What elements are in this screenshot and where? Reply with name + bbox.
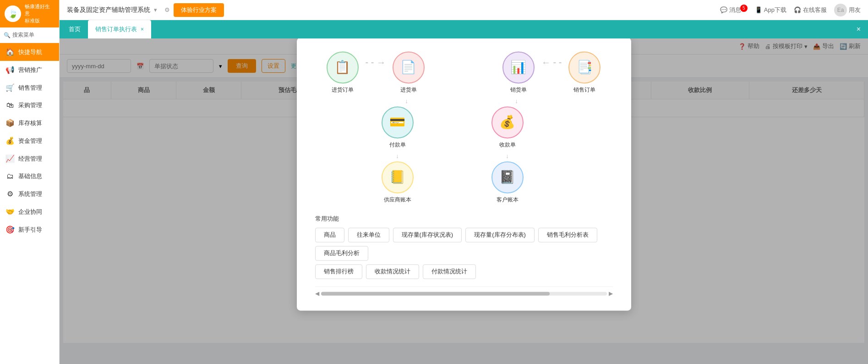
func-btn-payment-stat[interactable]: 付款情况统计 [423, 264, 476, 279]
common-functions-title: 常用功能 [315, 215, 613, 223]
download-icon: 📱 [755, 6, 762, 13]
sale-bill-icon: 📊 [510, 60, 526, 75]
search-icon: 🔍 [4, 32, 11, 38]
func-btn-sales-margin[interactable]: 销售毛利分析表 [538, 228, 597, 242]
flow-row-2: 💳 付款单 💰 收款单 [370, 106, 535, 149]
receipt-label: 收款单 [499, 141, 516, 149]
sidebar-item-operations[interactable]: 📈 经营管理 [0, 150, 59, 168]
payment-label: 付款单 [389, 141, 406, 149]
message-btn[interactable]: 💬 消息 5 [720, 6, 748, 14]
top-bar-actions: 💬 消息 5 📱 App下载 🎧 在线客服 Ea 用友 [720, 4, 861, 16]
sidebar-item-guide[interactable]: 🎯 新手引导 [0, 221, 59, 239]
tab-sales-order[interactable]: 销售订单执行表 × [88, 20, 151, 38]
sidebar-search[interactable]: 🔍 搜索菜单 [0, 27, 59, 43]
sidebar-logo: 🍃 畅康通好生意 标准版 [0, 0, 59, 27]
purchase-order-label: 进货订单 [332, 86, 354, 94]
inventory-icon: 📦 [5, 119, 15, 127]
tab-close-icon[interactable]: × [141, 26, 144, 33]
app-download-btn[interactable]: 📱 App下载 [755, 6, 786, 14]
flow-item-payment[interactable]: 💳 付款单 [370, 106, 425, 149]
func-btn-stock-dist[interactable]: 现存量(库存分布表) [465, 228, 535, 242]
purchase-order-circle: 📋 [327, 51, 359, 83]
flow-item-sale-bill[interactable]: 📊 销货单 [491, 51, 546, 94]
customer-circle: 📓 [491, 161, 524, 193]
tabs-bar: 首页 销售订单执行表 × × [60, 20, 868, 38]
purchase-bill-icon: 📄 [400, 60, 416, 75]
avatar: Ea [834, 4, 847, 16]
sidebar-item-system[interactable]: ⚙ 系统管理 [0, 185, 59, 203]
message-badge: 5 [740, 5, 748, 12]
sidebar-item-finance[interactable]: 💰 资金管理 [0, 132, 59, 150]
settings-icon[interactable]: ⚙ [164, 6, 170, 13]
flow-item-customer-ledger[interactable]: 📓 客户账本 [480, 161, 535, 204]
sale-bill-label: 销货单 [510, 86, 527, 94]
flow-item-purchase-bill[interactable]: 📄 进货单 [381, 51, 436, 94]
scroll-right-arrow[interactable]: ▶ [609, 290, 613, 297]
logo-text: 畅康通好生意 标准版 [25, 3, 55, 24]
home-icon: 🏠 [5, 48, 15, 56]
basic-info-icon: 🗂 [5, 172, 15, 180]
flow-item-receipt[interactable]: 💰 收款单 [480, 106, 535, 149]
modal-scrollbar: ◀ ▶ [315, 286, 613, 297]
payment-circle: 💳 [382, 106, 414, 138]
func-buttons-row2: 销售排行榜 收款情况统计 付款情况统计 [315, 264, 613, 279]
supplier-label: 供应商账本 [384, 196, 411, 204]
dropdown-icon[interactable]: ▾ [154, 6, 157, 13]
sidebar-item-home[interactable]: 🏠 快捷导航 [0, 43, 59, 61]
customer-icon: 📓 [499, 169, 515, 185]
func-btn-product-margin[interactable]: 商品毛利分析 [315, 246, 368, 261]
common-functions-section: 常用功能 商品 往来单位 现存量(库存状况表) 现存量(库存分布表) 销售毛利分… [315, 215, 613, 279]
quick-navigation-modal: 📋 进货订单 - - → 📄 进货单 [297, 38, 631, 310]
tab-home[interactable]: 首页 [61, 20, 88, 38]
scroll-track[interactable] [321, 292, 607, 295]
message-icon: 💬 [720, 6, 727, 13]
sidebar-item-inventory[interactable]: 📦 库存核算 [0, 114, 59, 132]
purchase-bill-label: 进货单 [400, 86, 417, 94]
flow-item-sale-order[interactable]: 📑 销售订单 [557, 51, 612, 94]
receipt-circle: 💰 [491, 106, 524, 138]
purchase-order-icon: 📋 [334, 60, 350, 75]
marketing-icon: 📢 [5, 65, 15, 74]
sales-icon: 🛒 [5, 83, 15, 92]
customer-label: 客户账本 [497, 196, 519, 204]
scroll-thumb [321, 292, 550, 295]
flow-item-purchase-order[interactable]: 📋 进货订单 [315, 51, 370, 94]
experience-button[interactable]: 体验行业方案 [174, 3, 224, 17]
sidebar-item-marketing[interactable]: 📢 营销推广 [0, 61, 59, 79]
purchase-bill-circle: 📄 [393, 51, 425, 83]
func-btn-sales-rank[interactable]: 销售排行榜 [315, 264, 362, 279]
sale-order-circle: 📑 [568, 51, 601, 83]
down-arrow-rec: ↓ [506, 152, 509, 159]
flow-row-1: 📋 进货订单 - - → 📄 进货单 [315, 51, 612, 94]
func-btn-product[interactable]: 商品 [315, 228, 344, 242]
down-arrow-pb: ↓ [405, 98, 408, 104]
func-buttons-row1: 商品 往来单位 现存量(库存状况表) 现存量(库存分布表) 销售毛利分析表 商品… [315, 228, 613, 261]
user-info-btn[interactable]: Ea 用友 [834, 4, 861, 16]
sidebar-item-sales[interactable]: 🛒 销售管理 [0, 79, 59, 97]
collaboration-icon: 🤝 [5, 207, 15, 216]
receipt-icon: 💰 [499, 114, 515, 130]
flow-item-supplier-ledger[interactable]: 📒 供应商账本 [370, 161, 425, 204]
window-close-btn[interactable]: × [851, 25, 866, 33]
sidebar-item-collaboration[interactable]: 🤝 企业协同 [0, 203, 59, 221]
content-area: ❓ 帮助 🖨 按模板打印 ▾ 📤 导出 🔄 刷新 [60, 38, 868, 364]
operations-icon: 📈 [5, 154, 15, 163]
func-btn-counterpart[interactable]: 往来单位 [348, 228, 389, 242]
guide-icon: 🎯 [5, 225, 15, 234]
func-btn-receipt-stat[interactable]: 收款情况统计 [366, 264, 419, 279]
flow-row-3: 📒 供应商账本 📓 客户账本 [370, 161, 535, 204]
supplier-icon: 📒 [389, 169, 405, 185]
purchase-icon: 🛍 [5, 101, 15, 109]
sidebar-nav: 🏠 快捷导航 📢 营销推广 🛒 销售管理 🛍 采购管理 📦 库存核算 💰 [0, 43, 59, 364]
scroll-left-arrow[interactable]: ◀ [315, 290, 319, 297]
sidebar-item-basic-info[interactable]: 🗂 基础信息 [0, 168, 59, 185]
main-area: 装备及固定资产辅助管理系统 ▾ ⚙ 体验行业方案 💬 消息 5 📱 App下载 … [60, 0, 868, 364]
sidebar: 🍃 畅康通好生意 标准版 🔍 搜索菜单 🏠 快捷导航 📢 营销推广 🛒 销售管理 [0, 0, 60, 364]
down-arrow-sb: ↓ [515, 98, 518, 104]
top-bar: 装备及固定资产辅助管理系统 ▾ ⚙ 体验行业方案 💬 消息 5 📱 App下载 … [60, 0, 868, 20]
func-btn-stock-status[interactable]: 现存量(库存状况表) [393, 228, 462, 242]
sale-bill-circle: 📊 [502, 51, 535, 83]
system-icon: ⚙ [5, 190, 15, 198]
sidebar-item-purchase[interactable]: 🛍 采购管理 [0, 97, 59, 114]
online-service-btn[interactable]: 🎧 在线客服 [794, 6, 827, 14]
